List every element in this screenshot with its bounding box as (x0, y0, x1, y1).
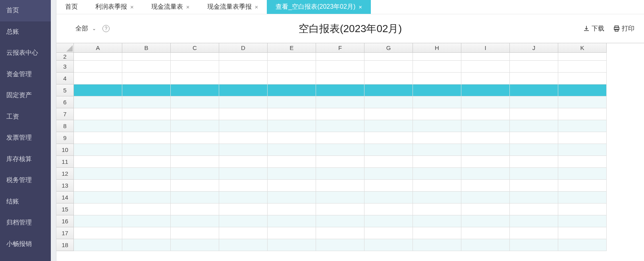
print-button[interactable]: 打印 (613, 25, 634, 33)
sidebar-scrollbar[interactable] (51, 0, 56, 261)
cell-D6[interactable] (219, 96, 268, 108)
cell-C9[interactable] (171, 132, 219, 144)
cell-F17[interactable] (316, 227, 364, 239)
cell-E10[interactable] (268, 144, 316, 156)
cell-I10[interactable] (461, 144, 510, 156)
cell-J13[interactable] (510, 180, 558, 192)
cell-B13[interactable] (122, 180, 171, 192)
cell-H16[interactable] (413, 215, 461, 227)
cell-F11[interactable] (316, 156, 364, 168)
cell-F2[interactable] (316, 53, 364, 61)
cell-J17[interactable] (510, 227, 558, 239)
cell-D8[interactable] (219, 120, 268, 132)
row-header-14[interactable]: 14 (56, 192, 74, 203)
cell-D14[interactable] (219, 192, 268, 203)
cell-E4[interactable] (268, 73, 316, 84)
cell-D9[interactable] (219, 132, 268, 144)
cell-F7[interactable] (316, 108, 364, 120)
cell-I8[interactable] (461, 120, 510, 132)
cell-K18[interactable] (558, 239, 607, 251)
cell-I11[interactable] (461, 156, 510, 168)
cell-H18[interactable] (413, 239, 461, 251)
cell-D2[interactable] (219, 53, 268, 61)
cell-B15[interactable] (122, 203, 171, 215)
cell-C18[interactable] (171, 239, 219, 251)
cell-F3[interactable] (316, 61, 364, 73)
cell-F18[interactable] (316, 239, 364, 251)
cell-K2[interactable] (558, 53, 607, 61)
cell-E2[interactable] (268, 53, 316, 61)
cell-E7[interactable] (268, 108, 316, 120)
cell-F4[interactable] (316, 73, 364, 84)
cell-I13[interactable] (461, 180, 510, 192)
cell-C16[interactable] (171, 215, 219, 227)
cell-A9[interactable] (74, 132, 122, 144)
column-header-B[interactable]: B (122, 43, 171, 53)
cell-H15[interactable] (413, 203, 461, 215)
cell-E14[interactable] (268, 192, 316, 203)
cell-I5[interactable] (461, 84, 510, 96)
cell-K8[interactable] (558, 120, 607, 132)
cell-K9[interactable] (558, 132, 607, 144)
cell-G14[interactable] (364, 192, 413, 203)
filter-dropdown[interactable]: 全部 ⌄ ? (66, 25, 110, 33)
cell-C12[interactable] (171, 168, 219, 180)
cell-D18[interactable] (219, 239, 268, 251)
cell-J15[interactable] (510, 203, 558, 215)
cell-K14[interactable] (558, 192, 607, 203)
cell-A5[interactable] (74, 84, 122, 96)
cell-C4[interactable] (171, 73, 219, 84)
cell-H6[interactable] (413, 96, 461, 108)
row-header-3[interactable]: 3 (56, 61, 74, 73)
cell-A8[interactable] (74, 120, 122, 132)
cell-F15[interactable] (316, 203, 364, 215)
cell-H11[interactable] (413, 156, 461, 168)
cell-J12[interactable] (510, 168, 558, 180)
cell-B6[interactable] (122, 96, 171, 108)
cell-G8[interactable] (364, 120, 413, 132)
tab-0[interactable]: 首页 (56, 0, 87, 14)
cell-B5[interactable] (122, 84, 171, 96)
column-header-A[interactable]: A (74, 43, 122, 53)
row-header-9[interactable]: 9 (56, 132, 74, 144)
cell-F10[interactable] (316, 144, 364, 156)
row-header-5[interactable]: 5 (56, 84, 74, 96)
cell-I2[interactable] (461, 53, 510, 61)
cell-B17[interactable] (122, 227, 171, 239)
row-header-4[interactable]: 4 (56, 73, 74, 84)
cell-D10[interactable] (219, 144, 268, 156)
cell-G6[interactable] (364, 96, 413, 108)
cell-G7[interactable] (364, 108, 413, 120)
cell-E11[interactable] (268, 156, 316, 168)
cell-I12[interactable] (461, 168, 510, 180)
cell-F8[interactable] (316, 120, 364, 132)
cell-K16[interactable] (558, 215, 607, 227)
cell-H8[interactable] (413, 120, 461, 132)
column-header-I[interactable]: I (461, 43, 510, 53)
cell-D7[interactable] (219, 108, 268, 120)
cell-B16[interactable] (122, 215, 171, 227)
cell-G11[interactable] (364, 156, 413, 168)
cell-I4[interactable] (461, 73, 510, 84)
row-header-8[interactable]: 8 (56, 120, 74, 132)
cell-B10[interactable] (122, 144, 171, 156)
cell-C7[interactable] (171, 108, 219, 120)
column-header-D[interactable]: D (219, 43, 268, 53)
cell-B7[interactable] (122, 108, 171, 120)
column-header-E[interactable]: E (268, 43, 316, 53)
cell-I15[interactable] (461, 203, 510, 215)
cell-H4[interactable] (413, 73, 461, 84)
row-header-13[interactable]: 13 (56, 180, 74, 192)
cell-J5[interactable] (510, 84, 558, 96)
row-header-11[interactable]: 11 (56, 156, 74, 168)
tab-2[interactable]: 现金流量表× (143, 0, 199, 14)
cell-G16[interactable] (364, 215, 413, 227)
cell-K3[interactable] (558, 61, 607, 73)
cell-C11[interactable] (171, 156, 219, 168)
tab-1[interactable]: 利润表季报× (87, 0, 143, 14)
sidebar-item-1[interactable]: 总账 (0, 21, 51, 43)
sidebar-item-11[interactable]: 小畅报销 (0, 234, 51, 255)
cell-J16[interactable] (510, 215, 558, 227)
cell-K10[interactable] (558, 144, 607, 156)
row-header-7[interactable]: 7 (56, 108, 74, 120)
